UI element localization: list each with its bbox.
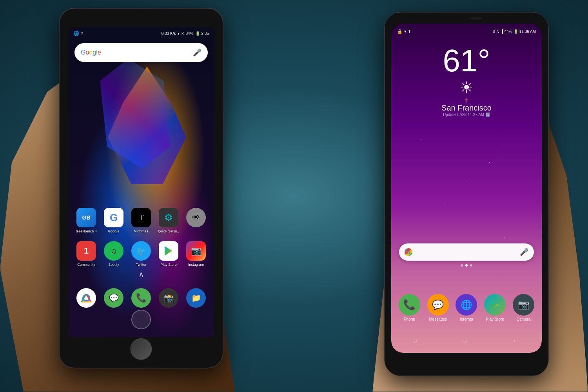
files-dock[interactable]: 📁 bbox=[182, 288, 210, 310]
svg-marker-0 bbox=[165, 246, 172, 256]
google-logo-text: Google bbox=[81, 49, 101, 56]
samsung-phone-icon: 📞 bbox=[399, 294, 420, 316]
spotify-icon: ♫ bbox=[104, 241, 123, 261]
battery-level: 84% bbox=[186, 31, 194, 36]
files-dock-icon: 📁 bbox=[186, 288, 206, 308]
temperature: 61° bbox=[443, 45, 490, 76]
signal-bars: ▐ bbox=[501, 29, 503, 34]
left-status-bar: 🌐 ? 0.03 K/s ▾ ✕ 84% 🔋 2:35 bbox=[69, 27, 214, 39]
samsung-nav-bar: ⌂ □ ← bbox=[391, 337, 542, 345]
microphone-icon[interactable]: 🎤 bbox=[193, 48, 201, 57]
quicksettings-label: Quick Settin.. bbox=[158, 229, 179, 233]
tmobile-icon: T bbox=[408, 29, 411, 34]
globe-icon: 🌐 bbox=[73, 31, 79, 36]
google-app[interactable]: G Google bbox=[100, 208, 127, 233]
app-row-2: 1 Community ♫ Spotify 🐦 bbox=[73, 241, 210, 267]
samsung-screen-content: 🔒 ▾ T B N ▐ 44% 🔋 11:36 AM 61° bbox=[391, 24, 542, 353]
nytimes-label: NYTimes bbox=[134, 229, 149, 233]
sparkle-2 bbox=[489, 162, 490, 163]
google-search-bar[interactable]: Google 🎤 bbox=[74, 43, 208, 62]
home-button[interactable] bbox=[131, 310, 151, 329]
samsung-messages-icon: 💬 bbox=[427, 294, 449, 316]
messaging-dock[interactable]: 💬 bbox=[100, 288, 127, 310]
misc-app[interactable]: 👁 bbox=[182, 208, 210, 233]
sparkle-1 bbox=[421, 139, 422, 140]
samsung-camera-icon: 📷 bbox=[513, 294, 534, 316]
nytimes-icon: T bbox=[131, 208, 151, 227]
pin-icon: 📍 bbox=[464, 98, 469, 103]
twitter-app[interactable]: 🐦 Twitter bbox=[127, 241, 155, 267]
chrome-dock[interactable] bbox=[73, 288, 100, 310]
g-yellow: o bbox=[89, 49, 93, 56]
g-blue: G bbox=[81, 49, 85, 56]
samsung-playstore-dock[interactable]: Play Store bbox=[484, 294, 506, 321]
bluetooth-icon: B bbox=[493, 29, 495, 34]
battery-percent: 44% bbox=[505, 29, 512, 34]
samsung-messages-label: Messages bbox=[429, 317, 447, 321]
playstore-app[interactable]: Play Store bbox=[155, 241, 182, 267]
left-status-info: 0.03 K/s ▾ ✕ 84% 🔋 2:35 bbox=[162, 31, 209, 36]
instagram-app[interactable]: 📷 Instagram bbox=[182, 241, 210, 267]
time-display: 2:35 bbox=[201, 31, 209, 36]
nytimes-app[interactable]: T NYTimes bbox=[127, 208, 155, 233]
spotify-label: Spotify bbox=[108, 263, 119, 267]
samsung-time: 11:36 AM bbox=[519, 29, 536, 34]
sparkle-5 bbox=[466, 181, 467, 182]
physical-home-button[interactable] bbox=[131, 338, 152, 360]
community-app[interactable]: 1 Community bbox=[73, 241, 100, 267]
playstore-icon bbox=[159, 241, 178, 261]
google-g-icon: G bbox=[405, 248, 412, 256]
samsung-playstore-icon bbox=[484, 294, 506, 316]
mic-samsung-icon[interactable]: 🎤 bbox=[520, 248, 528, 256]
app-grid: GB Geekbench 4 G Google T bbox=[73, 208, 210, 274]
samsung-status-bar: 🔒 ▾ T B N ▐ 44% 🔋 11:36 AM bbox=[397, 27, 536, 36]
speed-indicator: 0.03 K/s bbox=[162, 31, 176, 36]
swipe-up-indicator: ∧ bbox=[138, 270, 144, 279]
spotify-app[interactable]: ♫ Spotify bbox=[100, 241, 127, 267]
playstore-label: Play Store bbox=[160, 263, 177, 267]
misc-icon: 👁 bbox=[186, 208, 206, 227]
signal-blocked-icon: ✕ bbox=[181, 31, 184, 36]
crystal-shape-2 bbox=[100, 59, 171, 169]
camera-dock[interactable]: 📸 bbox=[155, 288, 182, 310]
samsung-camera-dock[interactable]: 📷 Camera bbox=[513, 294, 534, 321]
dot-1 bbox=[461, 264, 463, 267]
samsung-google-bar[interactable]: G 🎤 bbox=[399, 243, 534, 261]
left-phone: 🌐 ? 0.03 K/s ▾ ✕ 84% 🔋 2:35 Go bbox=[59, 8, 223, 368]
quicksettings-app[interactable]: ⚙ Quick Settin.. bbox=[155, 208, 182, 233]
search-spacer bbox=[416, 252, 520, 252]
quicksettings-icon: ⚙ bbox=[159, 208, 178, 227]
right-screen: 🔒 ▾ T B N ▐ 44% 🔋 11:36 AM 61° bbox=[391, 24, 542, 353]
phone-dock[interactable]: 📞 bbox=[127, 288, 155, 310]
samsung-camera bbox=[465, 16, 468, 20]
google-app-icon: G bbox=[104, 208, 123, 227]
geekbench-app[interactable]: GB Geekbench 4 bbox=[73, 208, 100, 233]
question-icon: ? bbox=[81, 31, 83, 36]
camera-dock-icon: 📸 bbox=[159, 288, 178, 308]
recents-button[interactable]: ⌂ bbox=[414, 338, 418, 345]
phone-dock-icon: 📞 bbox=[131, 288, 151, 308]
sparkle-3 bbox=[444, 205, 445, 205]
geekbench-icon: GB bbox=[76, 208, 96, 227]
dot-2 bbox=[465, 264, 468, 267]
home-nav-button[interactable]: □ bbox=[463, 337, 467, 345]
city-name: San Francisco bbox=[441, 103, 492, 113]
samsung-internet-dock[interactable]: 🌐 Internet bbox=[456, 294, 477, 321]
left-status-icons: 🌐 ? bbox=[73, 31, 83, 36]
weather-widget: 61° ☀ 📍 San Francisco Updated 7/28 11:27… bbox=[391, 45, 542, 117]
app-row-1: GB Geekbench 4 G Google T bbox=[73, 208, 210, 233]
samsung-phone-dock[interactable]: 📞 Phone bbox=[399, 294, 420, 321]
weather-updated: Updated 7/28 11:27 AM 🔄 bbox=[443, 113, 490, 117]
samsung-dock: 📞 Phone 💬 Messages 🌐 Int bbox=[395, 294, 538, 321]
samsung-camera-label: Camera bbox=[517, 317, 531, 321]
samsung-phone-label: Phone bbox=[404, 317, 415, 321]
g-blue2: g bbox=[93, 49, 96, 56]
page-indicator bbox=[391, 264, 542, 267]
geekbench-label: Geekbench 4 bbox=[76, 229, 97, 233]
google-app-label: Google bbox=[108, 229, 119, 233]
sun-icon: ☀ bbox=[459, 78, 474, 96]
samsung-messages-dock[interactable]: 💬 Messages bbox=[427, 294, 449, 321]
back-button[interactable]: ← bbox=[512, 337, 519, 345]
dot-3 bbox=[470, 264, 472, 267]
location-row: 📍 bbox=[464, 98, 469, 103]
